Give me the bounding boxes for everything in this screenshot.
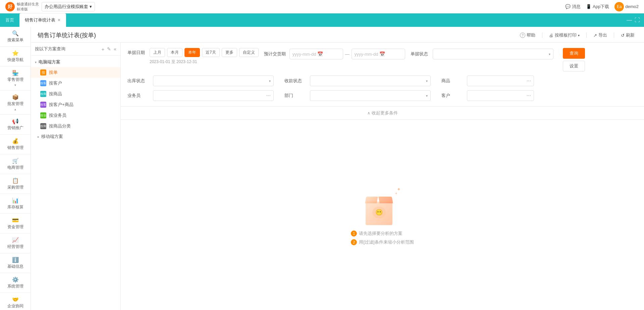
finance-mgmt-label: 资金管理 <box>7 224 23 230</box>
expected-delivery-to[interactable]: yyyy-mm-dd 📅 <box>352 49 405 59</box>
sidebar-item-basic-info[interactable]: ℹ️ 基础信息 <box>0 253 31 273</box>
tab-sales-order-stats[interactable]: 销售订单统计表 ✕ <box>19 13 66 27</box>
purchase-mgmt-icon: 📋 <box>12 177 19 184</box>
tree-child-by-salesperson[interactable]: 按业 按业务员 <box>31 110 120 121</box>
payment-status-select[interactable]: ▾ <box>310 75 431 86</box>
split-layout: 按以下方案查询 + ✎ « ▾ 电脑端方案 按 <box>31 43 644 310</box>
date-label: 单据日期 <box>127 50 148 56</box>
system-mgmt-icon: ⚙️ <box>12 276 19 283</box>
payment-status-label: 收款状态 <box>284 78 305 84</box>
search-menu-icon: 🔍 <box>12 30 19 37</box>
logo-icon: 好 <box>5 2 15 11</box>
empty-hint-2: 用[过滤]条件来缩小分析范围 <box>359 239 414 245</box>
sidebar-item-marketing[interactable]: 📢 营销推广 <box>0 115 31 135</box>
tree-child-by-goods[interactable]: 按商 按商品 <box>31 89 120 99</box>
sub-tree-mobile[interactable]: ▸ 移动端方案 <box>31 132 120 142</box>
delivery-status-select[interactable]: ▾ <box>153 75 274 86</box>
settings-btn[interactable]: 设置 <box>563 61 585 71</box>
right-panel: 单据日期 上月 本月 本年 近7天 更多 自定义 2023 <box>121 43 644 310</box>
tree-child-by-goods-category[interactable]: 按商 按商品分类 <box>31 121 120 132</box>
left-panel-title: 按以下方案查询 <box>35 46 65 52</box>
expected-from-placeholder: yyyy-mm-dd <box>292 52 316 57</box>
message-btn[interactable]: 💬 消息 <box>565 4 581 10</box>
chevron-down-icon: ▾ <box>90 4 92 9</box>
query-btn[interactable]: 查询 <box>563 48 585 59</box>
tab-maximize-btn[interactable]: ⛶ <box>635 17 640 23</box>
this-month-btn[interactable]: 本月 <box>167 48 182 57</box>
sidebar-item-search-menu[interactable]: 🔍 搜索菜单 <box>0 27 31 47</box>
by-customer-label: 按客户 <box>49 80 62 86</box>
tree-child-by-customer-goods[interactable]: 按客 按客户+商品 <box>31 99 120 110</box>
collapse-panel-btn[interactable]: « <box>114 46 116 52</box>
sidebar-item-operation-mgmt[interactable]: 📈 经营管理 <box>0 234 31 253</box>
user-area[interactable]: Ea demo2 <box>614 2 639 11</box>
goods-dots-icon: ··· <box>527 78 531 84</box>
expected-delivery-label: 预计交货期 <box>264 51 287 57</box>
ecommerce-mgmt-label: 电商管理 <box>7 165 23 170</box>
sidebar-item-ecommerce-mgmt[interactable]: 🛒 电商管理 <box>0 154 31 174</box>
tab-bar: 首页 销售订单统计表 ✕ — ⛶ <box>0 13 644 27</box>
customer-field[interactable]: ··· <box>467 90 534 101</box>
custom-btn[interactable]: 自定义 <box>239 48 259 57</box>
filter-row-2: 出库状态 ▾ 收款状态 ▾ 商品 ··· <box>127 75 637 86</box>
empty-illustration: 😶 ✦ ✦ <box>362 185 402 225</box>
template-print-btn[interactable]: 🖨 按模板打印 ▾ <box>546 31 582 40</box>
salesperson-field[interactable]: ··· <box>153 90 274 101</box>
tab-close-icon[interactable]: ✕ <box>57 18 61 22</box>
sidebar-item-quick-nav[interactable]: ⭐ 快捷导航 <box>0 47 31 66</box>
last-month-btn[interactable]: 上月 <box>150 48 165 57</box>
inventory-check-label: 库存核算 <box>7 204 23 210</box>
goods-field[interactable]: ··· <box>467 75 534 86</box>
help-icon: ? <box>520 33 525 38</box>
by-goods-category-icon: 按商 <box>40 123 46 129</box>
app-download-btn[interactable]: 📱 App下载 <box>586 4 609 10</box>
app-selector[interactable]: 办公用品行业模拟账套 ▾ <box>42 2 95 11</box>
search-menu-label: 搜索菜单 <box>7 37 23 43</box>
more-btn[interactable]: 更多 <box>222 48 237 57</box>
sidebar-item-retail-mgmt[interactable]: 🏪 零售管理 ▾ <box>0 66 31 91</box>
sidebar-item-system-mgmt[interactable]: ⚙️ 系统管理 <box>0 273 31 293</box>
order-status-select[interactable]: ▾ <box>433 49 553 59</box>
add-scheme-btn[interactable]: + <box>101 46 104 52</box>
empty-step-2: 2 用[过滤]条件来缩小分析范围 <box>351 239 414 245</box>
last-7-days-btn[interactable]: 近7天 <box>202 48 220 57</box>
export-btn[interactable]: ↗ 导出 <box>591 31 610 40</box>
marketing-icon: 📢 <box>12 118 19 124</box>
basic-info-icon: ℹ️ <box>12 257 19 263</box>
tab-minimize-btn[interactable]: — <box>627 17 632 23</box>
tree-parent-pc[interactable]: ▾ 电脑端方案 <box>31 57 120 67</box>
help-btn[interactable]: ? 帮助 <box>517 31 538 40</box>
step-2-num: 2 <box>351 239 357 245</box>
export-label: 导出 <box>598 32 607 38</box>
top-bar-left: 好 畅捷通好生意 标准版 办公用品行业模拟账套 ▾ <box>5 2 95 11</box>
page-title: 销售订单统计表(按单) <box>38 31 96 39</box>
current-year-btn[interactable]: 本年 <box>184 48 200 57</box>
print-chevron-icon: ▾ <box>578 34 580 37</box>
marketing-label: 营销推广 <box>7 125 23 131</box>
by-order-label: 按单 <box>49 69 58 75</box>
refresh-label: 刷新 <box>626 32 635 38</box>
system-mgmt-label: 系统管理 <box>7 283 23 289</box>
mobile-scheme-label: 移动端方案 <box>41 134 63 140</box>
sidebar-item-wholesale-mgmt[interactable]: 📦 批发管理 ▴ <box>0 91 31 115</box>
tree-child-by-customer[interactable]: 按客 按客户 <box>31 78 120 89</box>
divider3 <box>614 33 614 38</box>
tab-home[interactable]: 首页 <box>0 13 19 27</box>
by-customer-goods-label: 按客户+商品 <box>49 102 73 108</box>
calendar-to-icon: 📅 <box>379 51 385 57</box>
template-print-label: 按模板打印 <box>555 32 577 38</box>
expected-delivery-from[interactable]: yyyy-mm-dd 📅 <box>289 49 343 59</box>
collapse-bar[interactable]: ∧ 收起更多条件 <box>121 107 644 120</box>
sidebar-item-sales-mgmt[interactable]: 💰 销售管理 <box>0 135 31 154</box>
sidebar-item-purchase-mgmt[interactable]: 📋 采购管理 <box>0 174 31 194</box>
tree-child-by-order[interactable]: 按 按单 <box>31 67 120 78</box>
by-goods-label: 按商品 <box>49 91 62 97</box>
refresh-btn[interactable]: ↺ 刷新 <box>618 31 637 40</box>
sidebar-item-inventory-check[interactable]: 📊 库存核算 <box>0 194 31 214</box>
salesperson-dots-icon: ··· <box>266 93 271 99</box>
sidebar-item-enterprise-cooperation[interactable]: 🤝 企业协同 <box>0 293 31 310</box>
edit-scheme-btn[interactable]: ✎ <box>107 46 111 52</box>
department-select[interactable]: ▾ <box>310 90 431 101</box>
sidebar-item-finance-mgmt[interactable]: 💳 资金管理 <box>0 214 31 234</box>
by-goods-icon: 按商 <box>40 91 46 97</box>
